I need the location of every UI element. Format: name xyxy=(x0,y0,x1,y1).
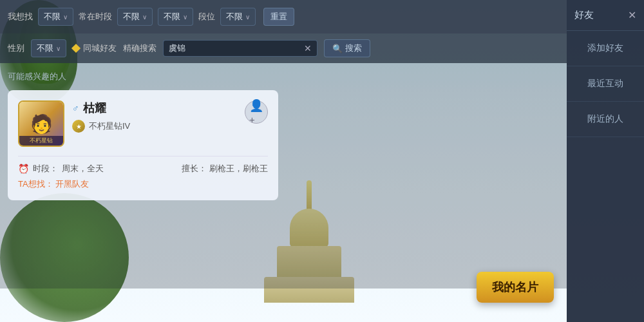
sidebar-item-add-friend[interactable]: 添加好友 xyxy=(567,31,644,66)
gender-icon: ♂ xyxy=(72,103,79,113)
add-friend-button[interactable]: 👤+ xyxy=(245,100,268,124)
content-area: 可能感兴趣的人 🧑 不朽星钻 ♂ 枯耀 ★ 不朽星 xyxy=(0,63,567,289)
player-name: 枯耀 xyxy=(83,100,106,116)
search-button[interactable]: 🔍 搜索 xyxy=(324,39,370,57)
same-city-option[interactable]: 同城好友 xyxy=(73,43,117,54)
filter-select-role[interactable]: 不限 ∨ xyxy=(38,8,73,26)
search-input[interactable] xyxy=(169,44,300,53)
add-friend-label: 添加好友 xyxy=(587,43,623,53)
rank-star: ★ xyxy=(76,123,82,130)
filter-label-1: 我想找 xyxy=(8,11,33,23)
rank-badge: 不朽星钻 xyxy=(19,136,63,146)
clock-icon: ⏰ xyxy=(18,164,29,174)
chevron-icon-2: ∨ xyxy=(142,14,147,21)
my-card-button[interactable]: 我的名片 xyxy=(477,272,554,303)
sidebar-item-nearby[interactable]: 附近的人 xyxy=(567,102,644,137)
skill-info: 擅长： 刷枪王，刷枪王 xyxy=(182,163,268,175)
want-play-label: TA想找： xyxy=(18,179,53,189)
chevron-icon-3: ∨ xyxy=(183,14,187,21)
chevron-icon-1: ∨ xyxy=(63,14,68,21)
time-info: ⏰ 时段： 周末，全天 xyxy=(18,163,104,175)
recent-label: 最近互动 xyxy=(587,78,623,88)
card-bottom: ⏰ 时段： 周末，全天 TA想找： 开黑队友 擅长： 刷枪王，刷枪王 xyxy=(18,156,268,190)
close-button[interactable]: ✕ xyxy=(628,9,636,21)
clear-icon[interactable]: ✕ xyxy=(304,43,312,53)
rank-text: 不朽星钻IV xyxy=(89,120,130,132)
player-rank-row: ★ 不朽星钻IV xyxy=(72,120,268,133)
right-sidebar: 好友 ✕ 添加好友 最近互动 附近的人 xyxy=(567,0,644,322)
add-friend-icon: 👤+ xyxy=(249,99,263,126)
filter-select-time-value: 不限 xyxy=(123,11,140,23)
player-card[interactable]: 🧑 不朽星钻 ♂ 枯耀 ★ 不朽星钻IV xyxy=(8,90,278,200)
card-top: 🧑 不朽星钻 ♂ 枯耀 ★ 不朽星钻IV xyxy=(18,100,268,147)
reset-button[interactable]: 重置 xyxy=(263,8,294,26)
filter-label-2: 常在时段 xyxy=(79,11,112,23)
time-skill-info: ⏰ 时段： 周末，全天 TA想找： 开黑队友 xyxy=(18,163,104,190)
same-city-label: 同城好友 xyxy=(83,43,117,54)
gender-label: 性别 xyxy=(8,43,24,54)
filter-bar-1: 我想找 不限 ∨ 常在时段 不限 ∨ 不限 ∨ 段位 不限 ∨ 重置 xyxy=(0,0,567,33)
nearby-label: 附近的人 xyxy=(587,113,623,124)
filter-select-role-value: 不限 xyxy=(44,11,61,23)
filter-bar-2: 性别 不限 ∨ 同城好友 精确搜索 ✕ 🔍 搜索 xyxy=(0,33,567,63)
card-info: ♂ 枯耀 ★ 不朽星钻IV xyxy=(72,100,268,133)
search-icon: 🔍 xyxy=(332,44,343,53)
sidebar-item-recent[interactable]: 最近互动 xyxy=(567,66,644,102)
sidebar-title: 好友 xyxy=(574,9,594,21)
avatar: 🧑 不朽星钻 xyxy=(18,100,64,147)
search-label: 精确搜索 xyxy=(123,43,156,54)
chevron-icon-5: ∨ xyxy=(56,45,61,52)
filter-select-mode-value: 不限 xyxy=(164,11,180,23)
search-button-label: 搜索 xyxy=(345,43,362,54)
filter-select-rank-value: 不限 xyxy=(226,11,243,23)
sidebar-header: 好友 ✕ xyxy=(567,0,644,31)
want-play: TA想找： 开黑队友 xyxy=(18,178,104,190)
filter-select-time[interactable]: 不限 ∨ xyxy=(117,8,153,26)
chevron-icon-4: ∨ xyxy=(245,14,250,21)
filter-select-mode[interactable]: 不限 ∨ xyxy=(158,8,193,26)
rank-icon: ★ xyxy=(72,120,85,133)
player-name-row: ♂ 枯耀 xyxy=(72,100,268,116)
gender-select-value: 不限 xyxy=(37,43,53,54)
skill-value: 刷枪王，刷枪王 xyxy=(209,164,268,173)
want-play-value: 开黑队友 xyxy=(55,179,89,189)
filter-label-3: 段位 xyxy=(198,11,215,23)
section-title: 可能感兴趣的人 xyxy=(8,71,559,82)
search-input-wrap: ✕ xyxy=(163,40,317,57)
diamond-icon xyxy=(71,44,80,53)
filter-select-rank[interactable]: 不限 ∨ xyxy=(220,8,256,26)
gender-select[interactable]: 不限 ∨ xyxy=(31,39,66,57)
time-label: 时段： xyxy=(33,163,58,175)
skill-label: 擅长： xyxy=(182,164,207,173)
time-value: 周末，全天 xyxy=(62,163,104,175)
